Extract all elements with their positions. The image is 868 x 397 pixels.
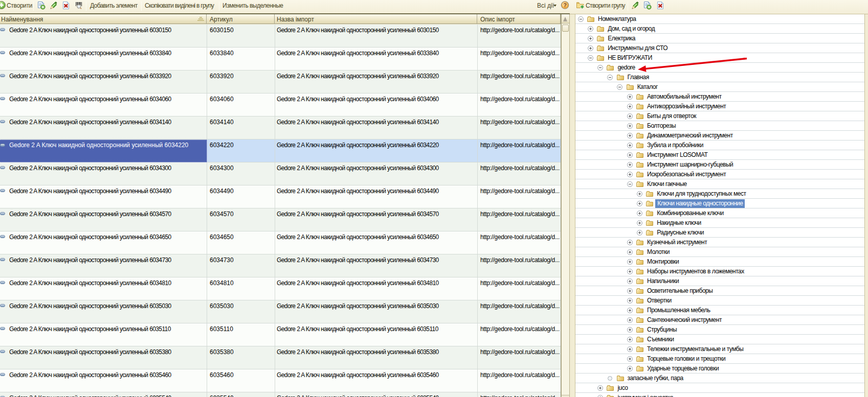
svg-text:?: ? (563, 2, 567, 8)
